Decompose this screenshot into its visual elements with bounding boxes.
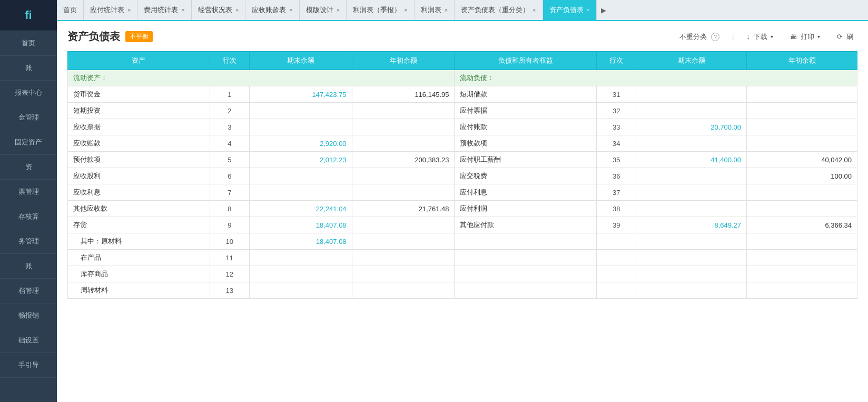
cell-end-balance[interactable]: 22,241.04 (249, 201, 352, 217)
cell-year-start2 (747, 86, 857, 103)
sidebar-item-report-center[interactable]: 报表中心 (0, 81, 57, 105)
tab-operations[interactable]: 经营状况表 × (192, 0, 245, 21)
cell-end-balance2 (636, 86, 747, 103)
cell-year-start: 21,761.48 (352, 201, 455, 217)
cell-year-start: 116,145.95 (352, 86, 455, 103)
sidebar: fi 首页 账 报表中心 金管理 固定资产 资 票管理 存核算 务管理 账 档管… (0, 0, 57, 402)
cell-rownum2: 36 (597, 168, 636, 184)
cell-rownum2 (597, 282, 636, 299)
cell-liability: 其他应付款 (455, 217, 597, 233)
cell-year-start: 200,383.23 (352, 152, 455, 168)
sidebar-item-invoice-mgmt[interactable]: 票管理 (0, 180, 57, 204)
tab-balance-reclassified[interactable]: 资产负债表（重分类） × (455, 0, 542, 21)
table-row: 存货 9 18,407.08 其他应付款 39 8,649.27 6,366.3… (68, 217, 857, 233)
unbalanced-badge: 不平衡 (125, 31, 153, 42)
cell-end-balance (249, 168, 352, 184)
help-icon[interactable]: ? (711, 33, 719, 41)
cell-rownum2 (597, 233, 636, 250)
cell-end-balance2[interactable]: 20,700.00 (636, 119, 747, 135)
cell-end-balance2[interactable]: 8,649.27 (636, 217, 747, 233)
cell-asset: 存货 (68, 217, 210, 233)
refresh-icon: ⟳ (837, 33, 843, 41)
tab-close-receivable-age[interactable]: × (289, 7, 292, 13)
tab-nav-more[interactable]: ▶ (597, 0, 610, 21)
cell-end-balance[interactable]: 2,012.23 (249, 152, 352, 168)
col-header-end-balance: 期末余额 (249, 52, 352, 70)
cell-end-balance2[interactable]: 41,400.00 (636, 152, 747, 168)
tab-template-design[interactable]: 模版设计 × (300, 0, 347, 21)
sidebar-item-capital[interactable]: 资 (0, 155, 57, 180)
sidebar-item-archive-mgmt[interactable]: 档管理 (0, 279, 57, 303)
cell-end-balance2 (636, 201, 747, 217)
sidebar-item-base-settings[interactable]: 础设置 (0, 328, 57, 353)
sidebar-item-account[interactable]: 账 (0, 56, 57, 81)
print-chevron-icon: ▾ (817, 34, 820, 40)
download-btn[interactable]: ↓ 下载 ▾ (743, 30, 778, 44)
tab-profit[interactable]: 利润表 × (415, 0, 455, 21)
table-row: 其中：原材料 10 18,407.08 (68, 233, 857, 250)
cell-end-balance[interactable]: 2,920.00 (249, 135, 352, 152)
cell-rownum: 9 (210, 217, 249, 233)
cell-asset: 应收账款 (68, 135, 210, 152)
cell-rownum2 (597, 266, 636, 282)
cell-asset: 应收票据 (68, 119, 210, 135)
tab-close-template-design[interactable]: × (337, 7, 340, 13)
sidebar-item-fund-mgmt[interactable]: 金管理 (0, 105, 57, 130)
cell-end-balance[interactable]: 18,407.08 (249, 217, 352, 233)
col-header-rownum: 行次 (210, 52, 249, 70)
tab-home[interactable]: 首页 (57, 0, 84, 21)
sidebar-item-guide[interactable]: 手引导 (0, 353, 57, 378)
cell-end-balance (249, 119, 352, 135)
cell-liability (455, 250, 597, 266)
sidebar-item-home[interactable]: 首页 (0, 31, 57, 56)
tab-close-profit[interactable]: × (445, 7, 448, 13)
cell-end-balance2 (636, 233, 747, 250)
cell-year-start2 (747, 282, 857, 299)
cell-end-balance2 (636, 184, 747, 201)
cell-end-balance[interactable]: 147,423.75 (249, 86, 352, 103)
cell-end-balance (249, 250, 352, 266)
tab-receivable-age[interactable]: 应收账龄表 × (245, 0, 299, 21)
cell-rownum2: 33 (597, 119, 636, 135)
table-row: 周转材料 13 (68, 282, 857, 299)
tab-close-balance-sheet[interactable]: × (587, 7, 590, 13)
sidebar-item-ledger[interactable]: 账 (0, 254, 57, 279)
cell-end-balance[interactable]: 18,407.08 (249, 233, 352, 250)
cell-liability: 应付票据 (455, 103, 597, 119)
tab-close-operations[interactable]: × (235, 7, 239, 13)
sidebar-item-inventory[interactable]: 存核算 (0, 204, 57, 229)
cell-rownum: 11 (210, 250, 249, 266)
page-header: 资产负债表 不平衡 不重分类 ? | ↓ 下载 ▾ 🖶 打印 ▾ (67, 30, 857, 44)
print-btn[interactable]: 🖶 打印 ▾ (786, 30, 824, 44)
cell-year-start (352, 119, 455, 135)
table-row: 货币资金 1 147,423.75 116,145.95 短期借款 31 (68, 86, 857, 103)
refresh-btn[interactable]: ⟳ 刷 (833, 30, 857, 44)
table-row: 应收股利 6 应交税费 36 100.00 (68, 168, 857, 184)
tab-payable-stats[interactable]: 应付统计表 × (84, 0, 137, 21)
cell-rownum2: 37 (597, 184, 636, 201)
no-reclass-btn[interactable]: 不重分类 ? (675, 30, 724, 44)
tab-profit-quarterly[interactable]: 利润表（季报） × (347, 0, 414, 21)
main-area: 首页 应付统计表 × 费用统计表 × 经营状况表 × 应收账龄表 × 模版设计 … (57, 0, 868, 402)
sidebar-item-fixed-assets[interactable]: 固定资产 (0, 130, 57, 155)
tab-balance-sheet[interactable]: 资产负债表 × (543, 0, 597, 21)
cell-asset: 其中：原材料 (68, 233, 210, 250)
tab-close-balance-reclassified[interactable]: × (532, 7, 536, 13)
divider1: | (732, 33, 734, 41)
cell-end-balance (249, 282, 352, 299)
cell-year-start2 (747, 103, 857, 119)
tab-close-expense-stats[interactable]: × (181, 7, 184, 13)
content-area: 资产负债表 不平衡 不重分类 ? | ↓ 下载 ▾ 🖶 打印 ▾ (57, 21, 868, 402)
cell-liability: 应交税费 (455, 168, 597, 184)
sidebar-item-expense[interactable]: 畅报销 (0, 303, 57, 328)
cell-year-start (352, 282, 455, 299)
col-header-year-start: 年初余额 (352, 52, 455, 70)
cell-asset: 库存商品 (68, 266, 210, 282)
tab-expense-stats[interactable]: 费用统计表 × (137, 0, 191, 21)
tab-close-payable-stats[interactable]: × (127, 7, 131, 13)
tab-close-profit-quarterly[interactable]: × (404, 7, 407, 13)
cell-asset: 短期投资 (68, 103, 210, 119)
sidebar-item-affairs-mgmt[interactable]: 务管理 (0, 229, 57, 254)
download-icon: ↓ (747, 33, 751, 41)
cell-year-start2 (747, 266, 857, 282)
